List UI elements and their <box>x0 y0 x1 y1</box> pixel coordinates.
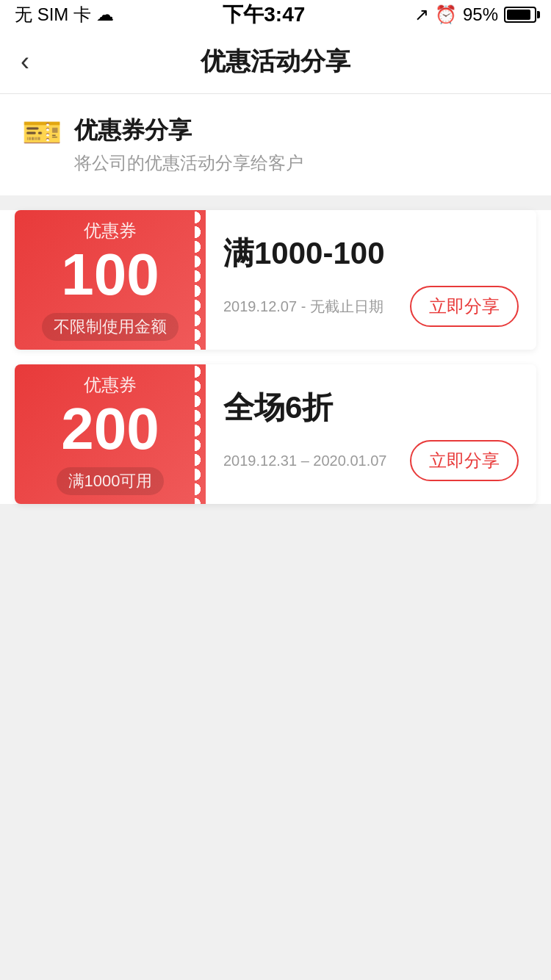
battery-percent: 95% <box>463 4 498 25</box>
coupon-condition-0: 不限制使用金额 <box>42 313 179 341</box>
section-text: 优惠券分享 将公司的优惠活动分享给客户 <box>74 115 303 175</box>
status-left: 无 SIM 卡 ☁ <box>15 3 114 26</box>
coupon-condition-1: 满1000可用 <box>57 467 165 495</box>
page-title: 优惠活动分享 <box>201 45 350 79</box>
coupon-label-0: 优惠券 <box>84 219 137 242</box>
section-subtitle: 将公司的优惠活动分享给客户 <box>74 151 303 175</box>
coupon-list: 优惠券 100 不限制使用金额 满1000-100 2019.12.07 - 无… <box>0 210 551 504</box>
coupon-bottom-row-1: 2019.12.31 – 2020.01.07 立即分享 <box>223 440 519 481</box>
share-button-1[interactable]: 立即分享 <box>410 440 519 481</box>
empty-area <box>0 519 551 959</box>
section-header: 🎫 优惠券分享 将公司的优惠活动分享给客户 <box>0 94 551 195</box>
coupon-right-0: 满1000-100 2019.12.07 - 无截止日期 立即分享 <box>206 210 536 350</box>
share-button-0[interactable]: 立即分享 <box>410 286 519 327</box>
coupon-right-1: 全场6折 2019.12.31 – 2020.01.07 立即分享 <box>206 364 536 504</box>
coupon-left-1: 优惠券 200 满1000可用 <box>15 364 206 504</box>
coupon-title-1: 全场6折 <box>223 387 519 428</box>
no-sim-label: 无 SIM 卡 ☁ <box>15 3 114 26</box>
nav-bar: ‹ 优惠活动分享 <box>0 29 551 94</box>
coupon-card: 优惠券 200 满1000可用 全场6折 2019.12.31 – 2020.0… <box>15 364 536 504</box>
coupon-amount-1: 200 <box>61 400 159 458</box>
coupon-label-1: 优惠券 <box>84 373 137 397</box>
back-button[interactable]: ‹ <box>21 46 29 77</box>
coupon-bottom-row-0: 2019.12.07 - 无截止日期 立即分享 <box>223 286 519 327</box>
status-right: ↗ ⏰ 95% <box>414 4 536 25</box>
coupon-amount-0: 100 <box>61 245 159 304</box>
coupon-date-1: 2019.12.31 – 2020.01.07 <box>223 453 386 469</box>
battery-icon <box>504 7 536 23</box>
coupon-title-0: 满1000-100 <box>223 233 519 274</box>
section-title: 优惠券分享 <box>74 115 303 147</box>
coupon-date-0: 2019.12.07 - 无截止日期 <box>223 297 383 317</box>
coupon-left-0: 优惠券 100 不限制使用金额 <box>15 210 206 350</box>
location-icon: ↗ <box>414 4 429 25</box>
alarm-icon: ⏰ <box>435 4 457 25</box>
status-bar: 无 SIM 卡 ☁ 下午3:47 ↗ ⏰ 95% <box>0 0 551 29</box>
status-time: 下午3:47 <box>223 1 305 29</box>
coupon-card: 优惠券 100 不限制使用金额 满1000-100 2019.12.07 - 无… <box>15 210 536 350</box>
coupon-icon: 🎫 <box>22 116 62 148</box>
